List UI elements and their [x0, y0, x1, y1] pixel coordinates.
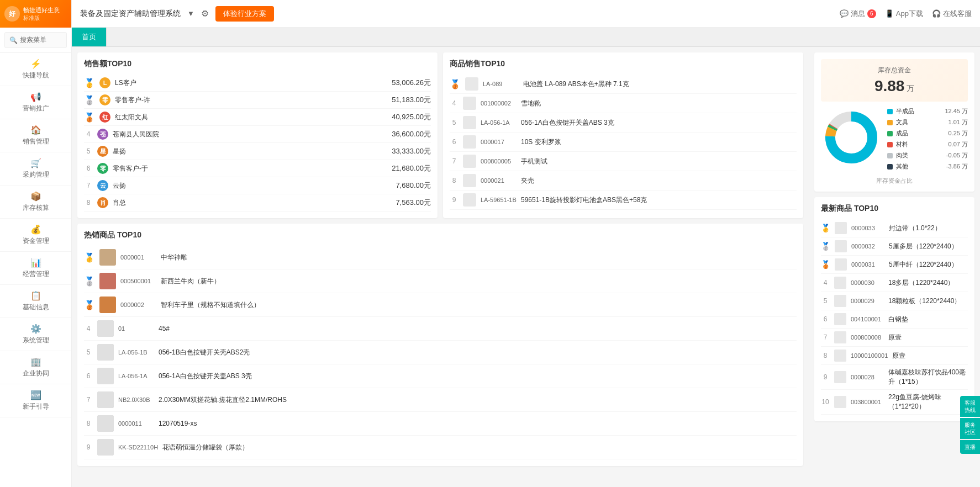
customer-row: 8 肖 肖总 7,563.00元 — [84, 194, 431, 211]
sidebar-item-enterprise[interactable]: 🏢 企业协同 — [0, 351, 71, 384]
system-icon: ⚙️ — [30, 324, 41, 334]
newest-code: 0000033 — [851, 225, 884, 231]
svg-rect-11 — [97, 415, 114, 432]
newest-name: 白钢垫 — [888, 315, 968, 324]
newest-code: 0000030 — [851, 279, 884, 286]
product-code: LA-089 — [483, 81, 519, 87]
top-row: 销售额TOP10 🥇 L LS客户 53,006.26元 🥈 零 零售客户-许 … — [77, 52, 803, 218]
hot-name: 中华神雕 — [161, 253, 797, 262]
messages-button[interactable]: 💬 消息 6 — [840, 9, 876, 19]
hot-product-row: 8 0000011 12070519-xs — [84, 412, 797, 436]
newest-product-row: 🥈 0000032 5厘多层（1220*2440） — [821, 237, 968, 256]
search-area[interactable]: 🔍 搜索菜单 — [0, 28, 71, 53]
customer-badge: 肖 — [97, 197, 108, 208]
customer-amount: 21,680.00元 — [392, 163, 431, 173]
header-right: 💬 消息 6 📱 App下载 🎧 在线客服 — [840, 9, 972, 19]
enterprise-icon: 🏢 — [30, 357, 41, 367]
hot-code: 01 — [118, 325, 154, 332]
hot-code: LA-056-1A — [118, 373, 154, 379]
customer-amount: 40,925.00元 — [392, 112, 431, 122]
svg-rect-24 — [834, 331, 846, 343]
sale-product-row: 6 0000017 10S 变利罗浆 — [450, 133, 797, 152]
trial-button[interactable]: 体验行业方案 — [215, 6, 274, 22]
hot-product-row: 🥇 0000001 中华神雕 — [84, 246, 797, 269]
legend-label: 文具 — [896, 118, 908, 126]
hot-name: 056-1B白色按键开关壳ABS2壳 — [159, 348, 797, 357]
legend-item: 材料 0.07 万 — [887, 140, 968, 149]
svg-rect-8 — [97, 344, 114, 361]
svg-rect-1 — [463, 97, 476, 109]
svg-rect-0 — [466, 78, 478, 90]
legend-dot — [887, 153, 893, 158]
customer-row: 🥈 零 零售客户-许 51,183.00元 — [84, 92, 431, 109]
sidebar-item-guide[interactable]: 🆕 新手引导 — [0, 384, 71, 417]
sale-product-row: 5 LA-056-1A 056-1A白色按键开关盖ABS 3克 — [450, 113, 797, 133]
purchase-icon: 🛒 — [30, 158, 41, 168]
inventory-amount-row: 9.88 万 — [830, 77, 959, 95]
dropdown-arrow[interactable]: ▼ — [187, 9, 194, 18]
tab-home[interactable]: 首页 — [72, 28, 107, 46]
float-live-btn[interactable]: 直播 — [960, 440, 980, 454]
product-code: 0000017 — [481, 139, 517, 145]
main-area: 装备及固定资产辅助管理系统 ▼ ⚙ 体验行业方案 💬 消息 6 📱 App下载 … — [72, 0, 980, 487]
legend-value: 12.45 万 — [945, 107, 968, 115]
legend-value: -3.86 万 — [946, 162, 968, 171]
logo-icon: 好 — [4, 6, 20, 22]
hot-code: 0000011 — [118, 420, 154, 427]
sidebar-item-operation[interactable]: 📊 经营管理 — [0, 252, 71, 285]
donut-chart — [821, 107, 882, 168]
svg-rect-5 — [463, 174, 476, 187]
sale-products-list: 商品销售TOP10 🥉 LA-089 电池盖 LA-089 ABS本色+黑种 7… — [450, 59, 797, 210]
product-code: 0000021 — [481, 177, 517, 184]
product-name: 59651-1B旋转投影灯电池盒ABS黑色+58克 — [521, 195, 797, 205]
hot-products-title: 热销商品 TOP10 — [84, 230, 141, 240]
settings-icon[interactable]: ⚙ — [201, 8, 209, 19]
float-service-btn[interactable]: 客服热线 — [960, 396, 980, 417]
float-community-btn[interactable]: 服务社区 — [960, 418, 980, 439]
sale-product-row: 8 0000021 夹壳 — [450, 171, 797, 190]
customer-name: 零售客户-于 — [113, 164, 387, 173]
inventory-caption: 库存资金占比 — [821, 177, 968, 185]
sidebar-item-marketing[interactable]: 📢 营销推广 — [0, 86, 71, 119]
customer-badge: 星 — [97, 146, 108, 157]
sidebar-item-system[interactable]: ⚙️ 系统管理 — [0, 318, 71, 351]
hot-product-img — [97, 391, 114, 408]
search-button[interactable]: 🔍 搜索菜单 — [4, 32, 67, 48]
customer-name: 苍南县人民医院 — [113, 130, 387, 139]
app-download-button[interactable]: 📱 App下载 — [885, 9, 923, 19]
hot-product-img — [97, 368, 114, 384]
customer-row: 6 零 零售客户-于 21,680.00元 — [84, 160, 431, 177]
newest-code: 0000032 — [851, 243, 884, 250]
newest-code: 000800008 — [851, 334, 884, 341]
sidebar-item-finance[interactable]: 💰 资金管理 — [0, 219, 71, 252]
hot-product-img — [99, 297, 116, 313]
sidebar-item-inventory[interactable]: 📦 库存核算 — [0, 186, 71, 219]
legend-label: 其他 — [896, 162, 908, 171]
sale-title: 商品销售TOP10 — [450, 59, 505, 69]
hot-code: 0000001 — [120, 254, 156, 261]
online-service-button[interactable]: 🎧 在线客服 — [932, 9, 972, 19]
newest-name: 原壹 — [892, 351, 968, 361]
product-img — [463, 97, 476, 110]
hot-code: NB2.0X30B — [118, 396, 154, 403]
newest-name: 5厘多层（1220*2440） — [889, 242, 968, 251]
product-code: 000800005 — [481, 158, 517, 165]
newest-product-img — [834, 350, 846, 362]
product-img — [463, 155, 476, 168]
hot-product-row: 7 NB2.0X30B 2.0X30MM双搓花轴.搓花直径2.1MM/ROHS — [84, 388, 797, 412]
sidebar-item-sales[interactable]: 🏠 销售管理 — [0, 119, 71, 152]
svg-rect-26 — [834, 371, 846, 383]
float-buttons: 客服热线 服务社区 直播 — [960, 396, 980, 454]
sale-product-row: 9 LA-59651-1B 59651-1B旋转投影灯电池盒ABS黑色+58克 — [450, 190, 797, 210]
page-tabs: 首页 — [72, 28, 980, 47]
sidebar-item-purchase[interactable]: 🛒 采购管理 — [0, 152, 71, 186]
sidebar-item-quick[interactable]: ⚡ 快捷导航 — [0, 53, 71, 86]
sidebar-item-basic[interactable]: 📋 基础信息 — [0, 285, 71, 318]
product-img — [465, 77, 478, 91]
phone-icon: 📱 — [885, 9, 894, 18]
customers-title: 销售额TOP10 — [84, 59, 131, 69]
legend-list: 半成品 12.45 万 文具 1.01 万 成品 0.25 万 材料 0.07 … — [887, 107, 968, 173]
legend-label: 材料 — [896, 140, 908, 149]
hot-product-row: 4 01 45# — [84, 317, 797, 341]
product-code: 001000002 — [481, 100, 517, 107]
